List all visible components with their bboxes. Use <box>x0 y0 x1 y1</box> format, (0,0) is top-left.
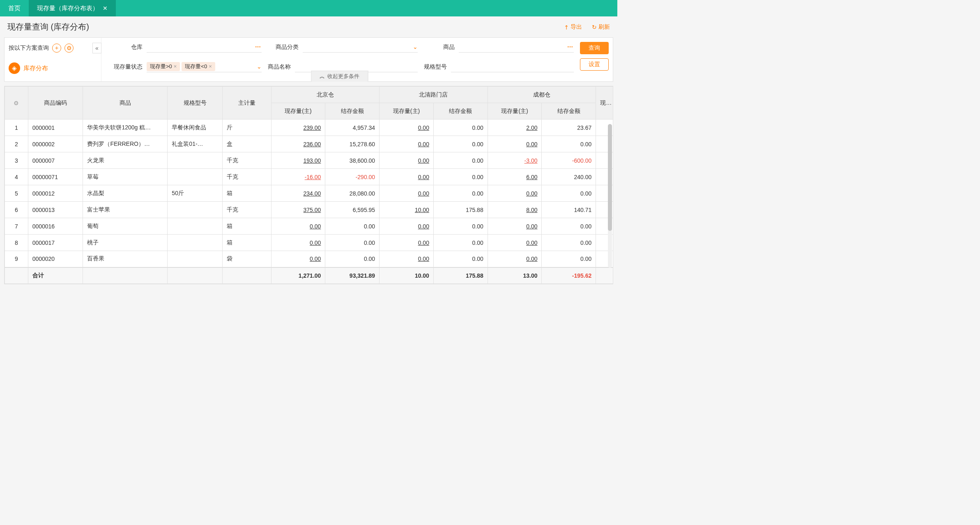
table-row[interactable]: 50000012水晶梨50斤箱234.0028,080.000.000.000.… <box>5 185 613 202</box>
qty-link[interactable]: 6.00 <box>526 174 537 180</box>
col-amt1[interactable]: 结存金额 <box>325 103 380 120</box>
qty-link[interactable]: 0.00 <box>418 190 429 197</box>
config-scheme-button[interactable]: ⚙ <box>64 44 74 53</box>
qty-link[interactable]: 2.00 <box>526 124 537 131</box>
table-row[interactable]: 30000007火龙果千克193.0038,600.000.000.00-3.0… <box>5 152 613 169</box>
qty-link[interactable]: 0.00 <box>526 190 537 197</box>
table-cell: 早餐休闲食品 <box>168 120 223 136</box>
table-footer-row: 合计 1,271.00 93,321.89 10.00 175.88 13.00… <box>5 267 613 284</box>
col-qty3[interactable]: 现存量(主) <box>488 103 542 120</box>
warehouse-input[interactable]: ⋯ <box>147 42 262 53</box>
stock-status-input[interactable]: 现存量>0× 现存量<0× ⌄ <box>147 62 262 72</box>
page-title: 现存量查询 (库存分布) <box>7 21 89 32</box>
chevron-down-icon[interactable]: ⌄ <box>413 44 418 50</box>
more-icon[interactable]: ⋯ <box>567 44 574 50</box>
scheme-item-inventory[interactable]: ◈ 库存分布 <box>9 62 97 74</box>
qty-link[interactable]: 0.00 <box>526 141 537 147</box>
qty-link[interactable]: 0.00 <box>526 256 537 262</box>
tab-home[interactable]: 首页 <box>0 0 29 16</box>
collapse-filters-button[interactable]: ︽ 收起更多条件 <box>311 71 368 82</box>
qty-link[interactable]: -3.00 <box>525 157 538 164</box>
qty-link[interactable]: 234.00 <box>304 190 321 197</box>
qty-link[interactable]: 0.00 <box>310 239 321 246</box>
table-cell: 0.00 <box>380 218 434 235</box>
table-cell: 葡萄 <box>83 218 168 235</box>
col-qty2[interactable]: 现存量(主) <box>380 103 434 120</box>
col-unit[interactable]: 主计量 <box>223 87 271 120</box>
col-wh3[interactable]: 成都仓 <box>488 87 596 103</box>
qty-link[interactable]: 0.00 <box>526 223 537 230</box>
table-cell: 0000013 <box>28 202 83 218</box>
qty-link[interactable]: 8.00 <box>526 207 537 213</box>
qty-link[interactable]: 375.00 <box>304 207 321 213</box>
col-wh1[interactable]: 北京仓 <box>271 87 380 103</box>
add-scheme-button[interactable]: ＋ <box>52 44 61 53</box>
qty-link[interactable]: 239.00 <box>304 124 321 131</box>
qty-link[interactable]: 0.00 <box>310 223 321 230</box>
close-icon[interactable]: ✕ <box>103 5 108 12</box>
more-icon[interactable]: ⋯ <box>255 44 262 50</box>
qty-link[interactable]: 0.00 <box>418 124 429 131</box>
remove-tag-icon[interactable]: × <box>209 63 212 69</box>
qty-link[interactable]: 193.00 <box>304 157 321 164</box>
table-row[interactable]: 60000013富士苹果千克375.006,595.9510.00175.888… <box>5 202 613 218</box>
table-cell: 00000071 <box>28 169 83 185</box>
refresh-button[interactable]: 刷新 <box>592 23 610 31</box>
qty-link[interactable]: 0.00 <box>418 239 429 246</box>
table-cell: 6.00 <box>488 169 542 185</box>
top-tabs: 首页 现存量（库存分布表） ✕ <box>0 0 617 16</box>
qty-link[interactable]: 0.00 <box>418 256 429 262</box>
table-cell <box>168 202 223 218</box>
stock-tag-lt0[interactable]: 现存量<0× <box>182 62 215 71</box>
qty-link[interactable]: 0.00 <box>418 157 429 164</box>
stock-tag-gt0[interactable]: 现存量>0× <box>147 62 180 71</box>
table-row[interactable]: 80000017桃子箱0.000.000.000.000.000.00 <box>5 235 613 251</box>
qty-link[interactable]: 0.00 <box>526 239 537 246</box>
table-cell: 0.00 <box>542 235 596 251</box>
qty-link[interactable]: 0.00 <box>418 223 429 230</box>
table-cell <box>168 218 223 235</box>
settings-button[interactable]: 设置 <box>580 58 609 71</box>
footer-a1: 93,321.89 <box>325 267 380 284</box>
qty-link[interactable]: 236.00 <box>304 141 321 147</box>
table-row[interactable]: 400000071草莓千克-16.00-290.000.000.006.0024… <box>5 169 613 185</box>
collapse-sidebar-button[interactable]: « <box>92 43 101 53</box>
qty-link[interactable]: 0.00 <box>310 256 321 262</box>
table-cell: 箱 <box>223 185 271 202</box>
col-last[interactable]: 现有 <box>596 87 613 120</box>
spec-input[interactable] <box>451 62 574 72</box>
query-button[interactable]: 查询 <box>580 42 609 54</box>
table-row[interactable]: 90000020百香果袋0.000.000.000.000.000.00 <box>5 251 613 267</box>
chevron-down-icon[interactable]: ⌄ <box>257 63 262 70</box>
data-table: ⚙ 商品编码 商品 规格型号 主计量 北京仓 北清路门店 成都仓 现有 现存量(… <box>5 86 613 284</box>
table-row[interactable]: 70000016葡萄箱0.000.000.000.000.000.00 <box>5 218 613 235</box>
table-cell: 0.00 <box>325 218 380 235</box>
qty-link[interactable]: 0.00 <box>418 174 429 180</box>
col-amt2[interactable]: 结存金额 <box>433 103 488 120</box>
filter-area: 仓库 ⋯ 商品分类 ⌄ 商品 ⋯ 现存量状态 现存量>0× 现存量<0× ⌄ <box>101 38 578 81</box>
col-wh2[interactable]: 北清路门店 <box>380 87 488 103</box>
qty-link[interactable]: 0.00 <box>418 141 429 147</box>
table-row[interactable]: 10000001华美华夫软饼1200g 糕…早餐休闲食品斤239.004,957… <box>5 120 613 136</box>
col-amt3[interactable]: 结存金额 <box>542 103 596 120</box>
gear-icon[interactable]: ⚙ <box>5 87 28 120</box>
tab-current[interactable]: 现存量（库存分布表） ✕ <box>29 0 116 16</box>
scrollbar-thumb[interactable] <box>608 124 612 231</box>
export-button[interactable]: 导出 <box>564 23 582 31</box>
remove-tag-icon[interactable]: × <box>174 63 177 69</box>
col-code[interactable]: 商品编码 <box>28 87 83 120</box>
table-cell: 0000020 <box>28 251 83 267</box>
qty-link[interactable]: -16.00 <box>305 174 321 180</box>
table-cell: 0.00 <box>488 185 542 202</box>
table-row[interactable]: 20000002费列罗（FERRERO）…礼盒装01-…盒236.0015,27… <box>5 136 613 152</box>
qty-link[interactable]: 10.00 <box>415 207 429 213</box>
col-qty1[interactable]: 现存量(主) <box>271 103 325 120</box>
category-input[interactable]: ⌄ <box>303 42 418 53</box>
col-name[interactable]: 商品 <box>83 87 168 120</box>
page-header: 现存量查询 (库存分布) 导出 刷新 <box>0 16 617 37</box>
vertical-scrollbar[interactable] <box>608 124 612 268</box>
table-cell: 箱 <box>223 218 271 235</box>
col-spec[interactable]: 规格型号 <box>168 87 223 120</box>
table-cell: 10.00 <box>380 202 434 218</box>
product-input[interactable]: ⋯ <box>459 42 574 53</box>
